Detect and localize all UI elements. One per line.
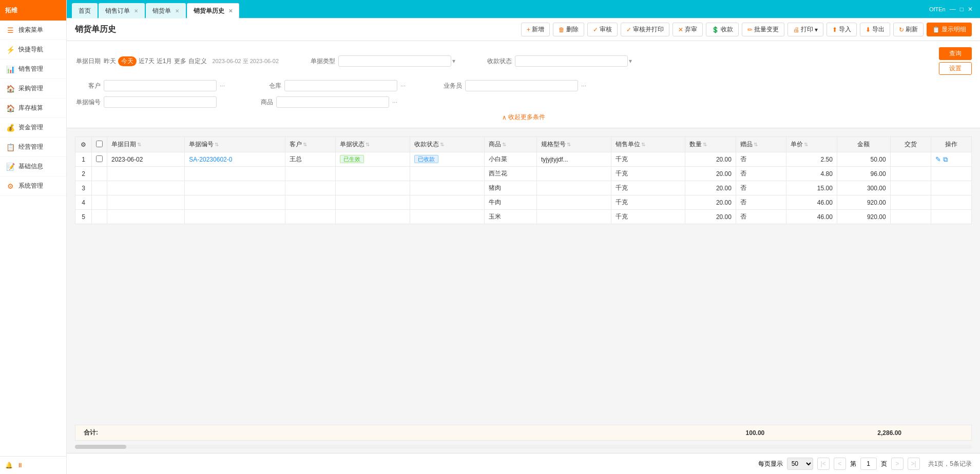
col-qty[interactable]: 数量⇅ [685,137,736,152]
customer-label: 客户 [75,82,101,90]
scrollbar-thumb[interactable] [75,445,126,449]
sidebar-item-label: 经营管理 [18,143,43,151]
collect-status-input[interactable] [515,55,628,67]
window-maximize-icon[interactable]: □ [960,6,964,13]
tab-sales-order[interactable]: 销售订单 ✕ [99,3,145,18]
doc-no-label: 单据编号 [75,98,101,107]
tab-sales-history[interactable]: 销货单历史 ✕ [187,3,239,18]
sidebar-item-label: 基础信息 [18,162,43,171]
show-detail-button[interactable]: 📋 显示明细 [927,23,972,36]
tab-close-icon[interactable]: ✕ [134,8,138,14]
sidebar-item-basic-info[interactable]: 📝 基础信息 [0,157,66,176]
query-button[interactable]: 查询 [939,47,972,60]
collect-status-dropdown-icon[interactable]: ▾ [629,57,632,65]
window-minimize-icon[interactable]: — [950,6,956,13]
table-body: 1 2023-06-02 SA-20230602-0 王总 已生效 已收款 小白… [75,152,972,224]
shortcut-last7days[interactable]: 近7天 [139,57,155,66]
col-spec[interactable]: 规格型号⇅ [536,137,611,152]
col-customer[interactable]: 客户⇅ [285,137,335,152]
total-amount: 2,286.00 [877,429,901,437]
sidebar-item-stock-calc[interactable]: 🏠 库存核算 [0,98,66,118]
collapse-button[interactable]: ∧ 收起更多条件 [502,113,545,122]
tab-sales-history-label: 销货单历史 [194,7,224,15]
col-price[interactable]: 单价⇅ [786,137,837,152]
salesperson-input[interactable] [465,80,578,91]
audit-print-button[interactable]: ✓ 审核并打印 [621,23,669,36]
doc-type-input[interactable] [338,55,451,67]
prev-page-button[interactable]: < [834,458,846,470]
collect-button[interactable]: 💲 收款 [706,23,739,36]
copy-action-icon[interactable]: ⧉ [943,155,948,164]
cell-doc-status [335,195,410,210]
col-goods[interactable]: 商品⇅ [484,137,536,152]
shortcut-custom[interactable]: 自定义 [188,57,207,66]
data-table: ⚙ 单据日期⇅ 单据编号⇅ 客户⇅ 单据状态⇅ 收款状态⇅ 商品⇅ 规格型号⇅ … [75,136,972,224]
col-unit[interactable]: 销售单位⇅ [611,137,685,152]
per-page-select[interactable]: 50 10 20 100 [787,458,813,470]
salesperson-dots[interactable]: ··· [581,82,586,89]
sidebar-item-finance-mgmt[interactable]: 💰 资金管理 [0,118,66,137]
pause-icon[interactable]: ⏸ [17,462,23,469]
first-page-button[interactable]: |< [817,458,830,470]
tab-sales-goods[interactable]: 销货单 ✕ [146,3,186,18]
last-page-button[interactable]: >| [908,458,920,470]
doc-no-link[interactable]: SA-20230602-0 [189,156,232,163]
col-date[interactable]: 单据日期⇅ [107,137,185,152]
doc-type-dropdown-icon[interactable]: ▾ [452,57,455,65]
sidebar-item-label: 快捷导航 [18,45,43,54]
col-transaction: 交货 [890,137,931,152]
print-button[interactable]: 🖨 打印 ▾ [787,23,823,36]
goods-input[interactable] [276,96,389,108]
cell-collect-status [410,167,484,181]
col-doc-no[interactable]: 单据编号⇅ [185,137,285,152]
sidebar-item-purchase-mgmt[interactable]: 🏠 采购管理 [0,79,66,98]
col-gift[interactable]: 赠品⇅ [736,137,786,152]
row-checkbox[interactable] [96,155,103,162]
warehouse-input[interactable] [284,80,397,91]
sidebar-item-search-menu[interactable]: ☰ 搜索菜单 [0,21,66,40]
sidebar-item-ops-mgmt[interactable]: 📋 经营管理 [0,137,66,157]
tab-home[interactable]: 首页 [72,3,98,18]
customer-dots[interactable]: ··· [220,82,225,89]
cell-price: 15.00 [786,181,837,195]
batch-change-button[interactable]: ✏ 批量变更 [742,23,784,36]
cell-transaction [890,152,931,167]
settings-button[interactable]: 设置 [939,62,972,75]
cell-amount: 50.00 [837,152,890,167]
sidebar-item-sys-mgmt[interactable]: ⚙ 系统管理 [0,176,66,196]
sidebar-item-quick-nav[interactable]: ⚡ 快捷导航 [0,40,66,60]
select-all-checkbox[interactable] [96,141,103,147]
window-close-icon[interactable]: ✕ [968,6,973,13]
scroll-track [67,441,980,453]
col-doc-status[interactable]: 单据状态⇅ [335,137,410,152]
tab-close-icon[interactable]: ✕ [175,8,179,14]
total-qty: 100.00 [746,429,765,437]
shortcut-more[interactable]: 更多 [174,57,186,66]
toolbar: + 新增 🗑 删除 ✓ 审核 ✓ 审核并打印 ✕ 弃审 💲 收款 [521,23,972,36]
audit-button[interactable]: ✓ 审核 [587,23,618,36]
add-button[interactable]: + 新增 [521,23,550,36]
col-collect-status[interactable]: 收款状态⇅ [410,137,484,152]
horizontal-scrollbar[interactable] [75,445,972,449]
import-button[interactable]: ⬆ 导入 [827,23,857,36]
export-icon: ⬇ [866,26,871,33]
page-number-input[interactable] [860,458,877,470]
export-button[interactable]: ⬇ 导出 [860,23,890,36]
shortcut-today[interactable]: 今天 [118,56,137,66]
shortcut-yesterday[interactable]: 昨天 [104,57,116,66]
warehouse-dots[interactable]: ··· [400,82,406,89]
notification-icon[interactable]: 🔔 [5,462,13,469]
col-settings[interactable]: ⚙ [75,137,92,152]
tab-close-icon[interactable]: ✕ [228,8,233,14]
abandon-button[interactable]: ✕ 弃审 [672,23,703,36]
customer-input[interactable] [104,80,217,91]
next-page-button[interactable]: > [891,458,904,470]
cell-date [107,210,185,224]
sidebar-item-sales-mgmt[interactable]: 📊 销售管理 [0,60,66,79]
shortcut-last1month[interactable]: 近1月 [157,57,172,66]
delete-button[interactable]: 🗑 删除 [553,23,584,36]
doc-no-input[interactable] [104,96,217,108]
goods-dots[interactable]: ··· [392,98,397,106]
edit-action-icon[interactable]: ✎ [935,155,941,164]
refresh-button[interactable]: ↻ 刷新 [893,23,924,36]
